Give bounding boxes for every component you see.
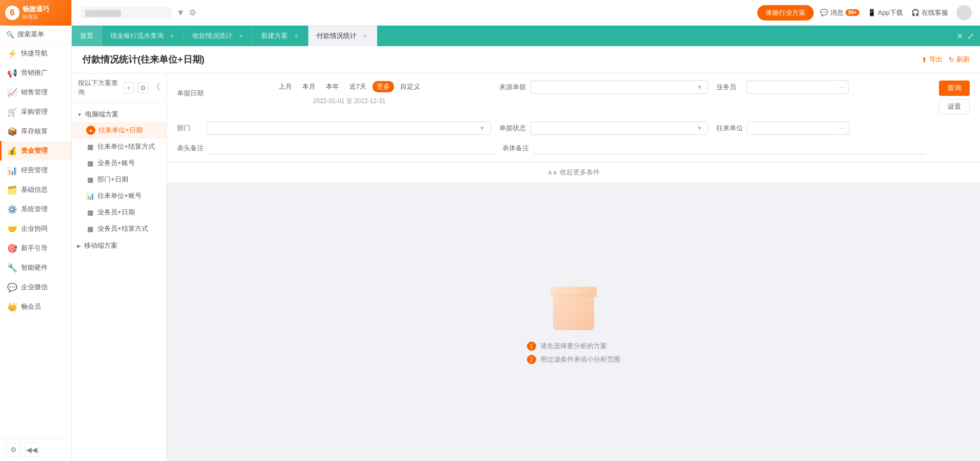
nav-icon-marketing: 📢 [8,68,17,77]
scheme-group-header-移动端方案[interactable]: ▶ 移动端方案 [72,238,166,253]
filter-panel: 单据日期 上月 本月 本年 近7天 更多 自定义 20 [167,73,980,461]
app-download-btn[interactable]: 📱 App下载 [868,8,903,17]
tab-close-payment[interactable]: × [362,32,368,40]
staff-field: 业务员 ··· [716,81,926,94]
empty-box [553,294,594,330]
date-options-row: 上月 本月 本年 近7天 更多 自定义 [275,81,424,93]
tab-cashflow[interactable]: 现金银行流水查询× [102,26,184,46]
sidebar-nav: ⚡ 快捷导航 📢 营销推广 📈 销售管理 🛒 采购管理 📦 库存核算 💰 资金管… [0,44,71,438]
scheme-group-header-电脑端方案[interactable]: ▼ 电脑端方案 [72,107,166,122]
nav-icon-sales: 📈 [8,88,17,97]
status-select[interactable]: ▼ [530,122,709,135]
sidebar-item-guide[interactable]: 🎯 新手引导 [0,238,71,258]
date-opt-this-year[interactable]: 本年 [322,81,343,93]
scheme-header-label: 按以下方案查询 [78,78,123,97]
page-header: 付款情况统计(往来单位+日期) ⬆ 导出 ↻ 刷新 [72,46,980,73]
date-opt-custom[interactable]: 自定义 [396,81,424,93]
dept-select[interactable]: ▼ [207,122,491,135]
sidebar-item-wechat[interactable]: 💬 企业微信 [0,277,71,297]
nav-label-funds: 资金管理 [21,146,48,155]
sidebar-collapse-btn[interactable]: ◀◀ [25,443,39,457]
tab-income[interactable]: 收款情况统计× [184,26,253,46]
trial-btn[interactable]: 体验行业方案 [757,5,814,21]
online-service-btn[interactable]: 🎧 在线客服 [911,8,948,17]
sidebar-settings-btn[interactable]: ⚙ [6,443,21,457]
sidebar-item-sales[interactable]: 📈 销售管理 [0,83,71,102]
topbar-address-area: ▓▓▓▓▓▓▓▓ ▼ ⚙ [80,7,751,18]
staff-select[interactable]: ··· [746,81,849,94]
date-opt-more[interactable]: 更多 [373,81,394,92]
page-title: 付款情况统计(往来单位+日期) [82,53,205,66]
tab-new-scheme[interactable]: 新建方案× [253,26,308,46]
gear-icon[interactable]: ⚙ [189,8,196,17]
scheme-item-staff-date[interactable]: ▦业务员+日期 [72,204,166,221]
query-btn[interactable]: 查询 [939,81,970,96]
nav-icon-inventory: 📦 [8,127,17,136]
filter-row-3: 表头备注 表体备注 [177,142,970,154]
filter-settings-btn[interactable]: 设置 [939,99,970,114]
scheme-item-unit-account[interactable]: 📊往来单位+账号 [72,188,166,204]
scheme-header: 按以下方案查询 + ⚙ 《 [72,73,166,103]
dropdown-icon[interactable]: ▼ [177,8,185,17]
scheme-item-icon-unit-settle: ▦ [86,143,94,151]
group-arrow: ▼ [77,112,82,117]
body-note-input[interactable] [533,142,926,154]
sidebar-item-enterprise[interactable]: 🤝 企业协同 [0,219,71,238]
sidebar-item-quick-nav[interactable]: ⚡ 快捷导航 [0,44,71,63]
tabbar-spacer [377,26,950,46]
empty-hints: 1 请先选择要分析的方案 2 用过滤条件来缩小分析范围 [527,342,620,364]
search-menu-label: 搜索菜单 [17,30,44,39]
sidebar-item-purchase[interactable]: 🛒 采购管理 [0,102,71,122]
filter-row-1: 单据日期 上月 本月 本年 近7天 更多 自定义 20 [177,81,970,114]
header-note-input[interactable] [208,142,494,154]
scheme-item-unit-date[interactable]: ●往来单位+日期 [72,122,166,138]
tab-payment[interactable]: 付款情况统计× [308,26,377,46]
scheme-item-staff-account[interactable]: ▦业务员+账号 [72,155,166,171]
collapse-bar[interactable]: ∧∧ 收起更多条件 [167,162,980,182]
tabbar-expand-btn[interactable]: ⤢ [967,31,974,41]
messages-btn[interactable]: 💬 消息 99+ [820,8,859,17]
export-btn[interactable]: ⬆ 导出 [922,55,943,64]
nav-label-quick-nav: 快捷导航 [21,49,48,58]
app-logo: 6 [5,6,19,20]
scheme-item-icon-unit-account: 📊 [86,192,94,200]
scheme-settings-btn[interactable]: ⚙ [138,82,149,93]
tab-home[interactable]: 首页 [72,26,102,46]
dept-label: 部门 [177,124,203,133]
sidebar-item-system[interactable]: ⚙️ 系统管理 [0,199,71,219]
add-scheme-btn[interactable]: + [123,82,134,93]
source-select[interactable]: ▼ [530,81,709,94]
tabbar: 首页现金银行流水查询×收款情况统计×新建方案×付款情况统计× ✕ ⤢ [72,26,980,46]
sidebar-item-member[interactable]: 👑 畅会员 [0,297,71,316]
tab-close-new-scheme[interactable]: × [293,32,300,40]
status-arrow: ▼ [696,125,702,132]
date-opt-this-month[interactable]: 本月 [298,81,320,93]
unit-field: 往来单位 ··· [716,122,926,135]
tabbar-close-btn[interactable]: ✕ [956,31,963,41]
sidebar-item-funds[interactable]: 💰 资金管理 [0,141,71,161]
nav-icon-guide: 🎯 [8,244,17,253]
nav-icon-wechat: 💬 [8,283,17,292]
refresh-btn[interactable]: ↻ 刷新 [949,55,970,64]
sidebar-item-inventory[interactable]: 📦 库存核算 [0,122,71,141]
scheme-item-dept-date[interactable]: ▦部门+日期 [72,171,166,188]
tab-close-income[interactable]: × [238,32,244,40]
sidebar-item-basics[interactable]: 🗂️ 基础信息 [0,180,71,199]
scheme-item-icon-staff-date: ▦ [86,208,94,216]
sidebar-item-hardware[interactable]: 🔧 智能硬件 [0,258,71,277]
tab-close-cashflow[interactable]: × [169,32,175,40]
scheme-item-unit-settle[interactable]: ▦往来单位+结算方式 [72,138,166,155]
scheme-collapse-btn[interactable]: 《 [152,82,160,93]
scheme-item-staff-settle[interactable]: ▦业务员+结算方式 [72,221,166,237]
user-avatar[interactable] [956,5,972,21]
sidebar-item-marketing[interactable]: 📢 营销推广 [0,63,71,83]
group-arrow: ▶ [77,243,81,249]
date-opt-7days[interactable]: 近7天 [345,81,370,93]
date-opt-last-month[interactable]: 上月 [275,81,296,93]
sidebar-item-operations[interactable]: 📊 经营管理 [0,161,71,180]
scheme-item-label-staff-settle: 业务员+结算方式 [97,224,148,233]
unit-select[interactable]: ··· [747,122,850,135]
search-menu-item[interactable]: 🔍 搜索菜单 [0,26,71,44]
service-label: 在线客服 [922,8,948,17]
tab-label-home: 首页 [80,31,93,41]
